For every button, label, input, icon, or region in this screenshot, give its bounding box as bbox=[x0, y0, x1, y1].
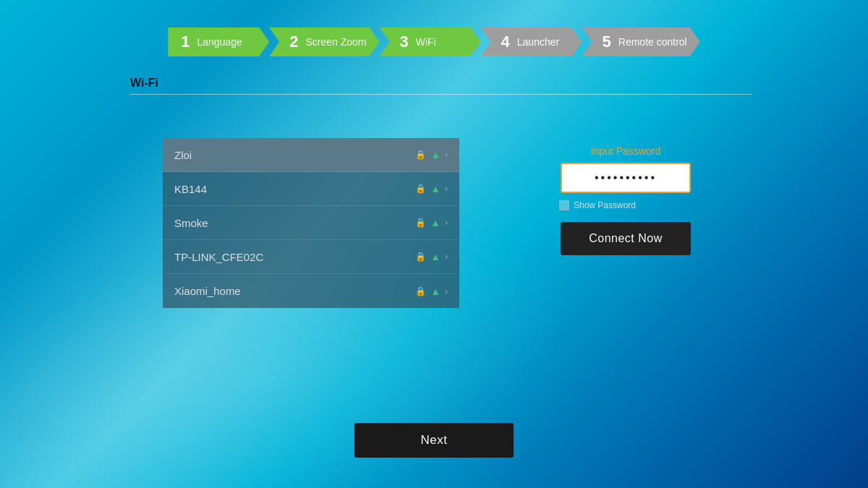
stepper: 1 Language 2 Screen Zoom 3 WiFi 4 Launch… bbox=[0, 0, 868, 56]
wifi-name-tplink: TP-LINK_CFE02C bbox=[174, 251, 263, 263]
page-container: 1 Language 2 Screen Zoom 3 WiFi 4 Launch… bbox=[0, 0, 868, 488]
wifi-name-kb144: KB144 bbox=[174, 183, 207, 195]
lock-icon-zloi: 🔒 bbox=[415, 150, 426, 160]
step-3-number: 3 bbox=[400, 33, 409, 51]
step-5-number: 5 bbox=[603, 33, 611, 51]
wifi-item-zloi[interactable]: Zloi 🔒 ▲ › bbox=[163, 138, 459, 172]
next-button-container: Next bbox=[354, 423, 514, 458]
step-4-number: 4 bbox=[501, 33, 510, 51]
step-5[interactable]: 5 Remote control bbox=[582, 27, 700, 56]
step-2[interactable]: 2 Screen Zoom bbox=[269, 27, 379, 56]
wifi-item-tplink[interactable]: TP-LINK_CFE02C 🔒 ▲ › bbox=[163, 240, 459, 274]
wifi-item-smoke[interactable]: Smoke 🔒 ▲ › bbox=[163, 206, 459, 240]
wifi-name-zloi: Zloi bbox=[174, 149, 192, 161]
signal-icon-xiaomi: ▲ bbox=[430, 286, 441, 297]
connect-now-button[interactable]: Connect Now bbox=[561, 222, 691, 255]
password-input[interactable] bbox=[561, 163, 691, 193]
wifi-name-smoke: Smoke bbox=[174, 217, 208, 229]
step-1-label: Language bbox=[197, 36, 242, 48]
signal-icon-tplink: ▲ bbox=[430, 251, 441, 262]
wifi-list: Zloi 🔒 ▲ › KB144 🔒 ▲ › Smoke 🔒 bbox=[163, 138, 459, 308]
step-4[interactable]: 4 Launcher bbox=[481, 27, 582, 56]
wifi-title: Wi-Fi bbox=[130, 77, 752, 90]
lock-icon-kb144: 🔒 bbox=[415, 184, 426, 194]
step-3[interactable]: 3 WiFi bbox=[380, 27, 481, 56]
wifi-name-xiaomi: Xiaomi_home bbox=[174, 285, 241, 297]
step-1-number: 1 bbox=[181, 33, 190, 51]
wifi-item-kb144-icons: 🔒 ▲ › bbox=[415, 183, 448, 194]
signal-icon-kb144: ▲ bbox=[430, 183, 441, 194]
main-content: Zloi 🔒 ▲ › KB144 🔒 ▲ › Smoke 🔒 bbox=[0, 138, 868, 308]
wifi-item-tplink-icons: 🔒 ▲ › bbox=[415, 251, 448, 262]
step-1[interactable]: 1 Language bbox=[168, 27, 269, 56]
wifi-item-zloi-icons: 🔒 ▲ › bbox=[415, 149, 448, 160]
lock-icon-tplink: 🔒 bbox=[415, 252, 426, 262]
next-button[interactable]: Next bbox=[354, 423, 514, 458]
arrow-icon-zloi: › bbox=[445, 150, 448, 160]
password-panel: Input Password Show Password Connect Now bbox=[546, 138, 705, 255]
lock-icon-smoke: 🔒 bbox=[415, 218, 426, 228]
arrow-icon-tplink: › bbox=[445, 252, 448, 262]
wifi-section: Wi-Fi bbox=[130, 77, 752, 95]
step-5-label: Remote control bbox=[618, 36, 687, 48]
step-3-label: WiFi bbox=[416, 36, 436, 48]
show-password-label-text: Show Password bbox=[574, 200, 636, 210]
arrow-icon-kb144: › bbox=[445, 184, 448, 194]
arrow-icon-xiaomi: › bbox=[445, 286, 448, 296]
signal-icon-zloi: ▲ bbox=[430, 149, 441, 160]
step-2-label: Screen Zoom bbox=[306, 36, 367, 48]
lock-icon-xiaomi: 🔒 bbox=[415, 286, 426, 296]
step-2-number: 2 bbox=[289, 33, 298, 51]
step-4-label: Launcher bbox=[517, 36, 559, 48]
wifi-item-xiaomi[interactable]: Xiaomi_home 🔒 ▲ › bbox=[163, 274, 459, 308]
wifi-divider bbox=[130, 94, 752, 95]
wifi-item-xiaomi-icons: 🔒 ▲ › bbox=[415, 286, 448, 297]
wifi-item-smoke-icons: 🔒 ▲ › bbox=[415, 217, 448, 228]
show-password-checkbox[interactable] bbox=[559, 200, 569, 210]
input-password-label: Input Password bbox=[591, 145, 661, 157]
wifi-item-kb144[interactable]: KB144 🔒 ▲ › bbox=[163, 172, 459, 206]
signal-icon-smoke: ▲ bbox=[430, 217, 441, 228]
arrow-icon-smoke: › bbox=[445, 218, 448, 228]
show-password-row: Show Password bbox=[559, 200, 636, 210]
